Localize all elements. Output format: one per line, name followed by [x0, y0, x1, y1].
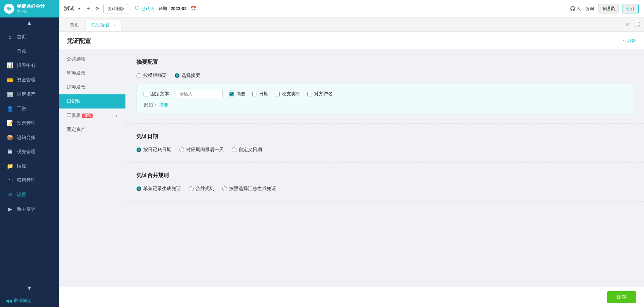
- fixed-text-option[interactable]: 固定文本: [144, 91, 169, 97]
- scroll-down-btn[interactable]: ▼: [0, 283, 59, 294]
- summary-section: 摘要配置 按模版摘要 选择摘要: [126, 49, 644, 124]
- sidebar-item-guide[interactable]: ▶ 新手引导: [0, 202, 59, 216]
- journal-date-option[interactable]: 按日记账日期: [137, 147, 171, 153]
- ledger-icon: ≡: [7, 48, 13, 54]
- service-btn[interactable]: 🎧 人工咨询: [570, 6, 594, 12]
- merge-rules-option[interactable]: 合并规则: [189, 186, 214, 192]
- certified-label: 已认证: [141, 6, 154, 11]
- sidebar-nav: ⌂ 首页 ≡ 总账 📊 报表中心 💳 资金管理 🏢 固定资产 👤 工资 📝 发票…: [0, 29, 59, 283]
- counterparty-checkbox[interactable]: [307, 92, 312, 96]
- merge-rules-radio[interactable]: [189, 186, 194, 191]
- guide-icon: ▶: [7, 206, 13, 212]
- income-type-checkbox[interactable]: [275, 92, 280, 96]
- topbar-add-btn[interactable]: ＋: [86, 5, 91, 12]
- shield-icon: 🛡: [135, 5, 140, 11]
- sidebar-item-invoice[interactable]: 📝 发票管理: [0, 116, 59, 130]
- left-menu-sales-invoice[interactable]: 销项发票: [59, 66, 125, 80]
- left-menu-public[interactable]: 公共选项: [59, 52, 125, 66]
- single-record-option[interactable]: 单条记录生成凭证: [137, 186, 181, 192]
- sidebar-logo: 畅 畅捷通好会计 专业版: [0, 0, 59, 17]
- new-badge: NEW: [82, 114, 93, 118]
- payroll-icon: 👤: [7, 105, 13, 112]
- content-wrapper: 公共选项 销项发票 进项发票 日记账 工资表 NEW ▾ 固定资产: [59, 49, 644, 287]
- sidebar-item-purchase-sales[interactable]: 📦 进销台账: [0, 130, 59, 145]
- left-menu: 公共选项 销项发票 进项发票 日记账 工资表 NEW ▾ 固定资产: [59, 49, 126, 287]
- income-type-checkbox-option[interactable]: 收支类型: [275, 91, 301, 97]
- sidebar-item-fixed-assets[interactable]: 🏢 固定资产: [0, 87, 59, 101]
- select-merge-radio[interactable]: [222, 186, 227, 191]
- sidebar: 畅 畅捷通好会计 专业版 ▲ ⌂ 首页 ≡ 总账 📊 报表中心 💳 资金管理 🏢…: [0, 0, 59, 307]
- single-record-radio[interactable]: [137, 186, 141, 191]
- summary-template-radio[interactable]: [137, 73, 141, 78]
- content-spacer: [126, 202, 644, 269]
- sidebar-item-tax[interactable]: 🏛 税务管理: [0, 145, 59, 159]
- summary-select-option[interactable]: 选择摘要: [175, 73, 200, 79]
- page-header: 凭证配置 ↻ 刷新: [59, 32, 644, 49]
- archive-icon: 🗃: [7, 177, 13, 183]
- sidebar-item-closing[interactable]: 📁 结账: [0, 159, 59, 173]
- summary-options-row: 固定文本 摘要 日期: [144, 90, 626, 98]
- sidebar-item-settings[interactable]: ⚙ 设置: [0, 187, 59, 202]
- page-title: 凭证配置: [67, 37, 91, 45]
- sidebar-item-ledger[interactable]: ≡ 总账: [0, 44, 59, 58]
- journal-date-radio[interactable]: [137, 147, 141, 152]
- sidebar-item-home[interactable]: ⌂ 首页: [0, 30, 59, 44]
- fixed-text-checkbox[interactable]: [144, 92, 148, 96]
- closing-icon: 📁: [7, 163, 13, 169]
- topbar-gear-btn[interactable]: ⚙: [95, 6, 99, 12]
- refresh-icon: ↻: [622, 39, 626, 44]
- role-btn[interactable]: 会计: [623, 4, 639, 13]
- fixed-assets-icon: 🏢: [7, 91, 13, 97]
- tab-voucher-config[interactable]: 凭证配置 ×: [86, 19, 121, 31]
- settings-icon: ⚙: [7, 191, 13, 198]
- last-day-radio[interactable]: [179, 147, 184, 152]
- window-controls: ✕ ⛶: [621, 17, 644, 32]
- scroll-up-btn[interactable]: ▲: [0, 17, 59, 29]
- logo-subtitle: 专业版: [17, 9, 45, 14]
- tax-icon: 🏛: [7, 149, 13, 155]
- left-menu-fixed-assets[interactable]: 固定资产: [59, 123, 125, 137]
- merge-radio-group: 单条记录生成凭证 合并规则 按照选择汇总生成凭证: [137, 186, 633, 192]
- funds-icon: 💳: [7, 77, 13, 83]
- bottom-bar: 保存: [59, 287, 644, 307]
- date-radio-group: 按日记账日期 对应期间最后一天 自定义日期: [137, 147, 633, 153]
- maximize-window-btn[interactable]: ⛶: [633, 20, 641, 29]
- topbar-dropdown-btn[interactable]: ▾: [78, 6, 80, 11]
- calendar-icon[interactable]: 📅: [191, 6, 196, 11]
- expand-icon: ▾: [115, 113, 117, 118]
- switch-old-version-btn[interactable]: 切到旧版: [103, 4, 128, 13]
- summary-checkbox[interactable]: [229, 92, 234, 96]
- tab-home[interactable]: 首页: [64, 19, 85, 31]
- custom-date-option[interactable]: 自定义日期: [232, 147, 262, 153]
- summary-select-radio[interactable]: [175, 73, 179, 78]
- sidebar-item-archive[interactable]: 🗃 归档管理: [0, 173, 59, 187]
- save-btn[interactable]: 保存: [607, 291, 636, 303]
- select-merge-option[interactable]: 按照选择汇总生成凭证: [222, 186, 276, 192]
- date-checkbox[interactable]: [252, 92, 257, 96]
- custom-date-radio[interactable]: [232, 147, 236, 152]
- summary-checkbox-option[interactable]: 摘要: [229, 91, 246, 97]
- period-value: 2023-02: [171, 6, 187, 11]
- logo-icon: 畅: [4, 4, 14, 14]
- sidebar-item-funds[interactable]: 💳 资金管理: [0, 73, 59, 87]
- pin-icon: ◀◀: [5, 298, 12, 303]
- summary-template-option[interactable]: 按模版摘要: [137, 73, 167, 79]
- tab-close-btn[interactable]: ×: [113, 23, 116, 28]
- refresh-btn[interactable]: ↻ 刷新: [622, 38, 636, 44]
- counterparty-checkbox-option[interactable]: 对方户名: [307, 91, 333, 97]
- right-content: 摘要配置 按模版摘要 选择摘要: [126, 49, 644, 287]
- date-title: 凭证日期: [137, 133, 633, 140]
- close-window-btn[interactable]: ✕: [624, 20, 631, 29]
- sidebar-item-payroll[interactable]: 👤 工资: [0, 101, 59, 116]
- summary-title: 摘要配置: [137, 59, 633, 66]
- fixed-text-input[interactable]: [176, 90, 223, 98]
- admin-btn[interactable]: 管理员: [598, 4, 619, 13]
- date-checkbox-option[interactable]: 日期: [252, 91, 268, 97]
- cancel-fixed-btn[interactable]: ◀◀ 取消固定: [0, 294, 59, 307]
- merge-section: 凭证合并规则 单条记录生成凭证 合并规则 按照选择汇总生成凭证: [126, 163, 644, 202]
- left-menu-journal[interactable]: 日记账: [59, 94, 125, 108]
- last-day-option[interactable]: 对应期间最后一天: [179, 147, 224, 153]
- left-menu-purchase-invoice[interactable]: 进项发票: [59, 80, 125, 94]
- sidebar-item-reports[interactable]: 📊 报表中心: [0, 58, 59, 73]
- left-menu-payroll-table[interactable]: 工资表 NEW ▾: [59, 108, 125, 123]
